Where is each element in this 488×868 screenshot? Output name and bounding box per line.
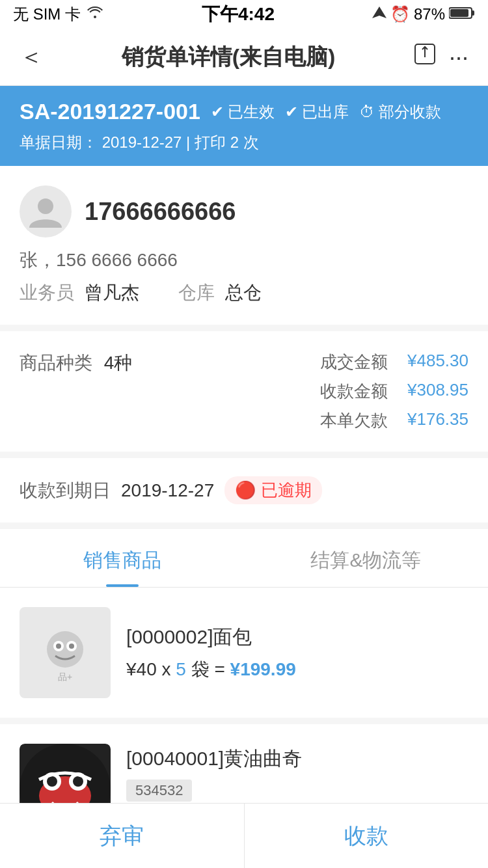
wifi-icon: [86, 5, 104, 23]
svg-text:品+: 品+: [58, 671, 72, 682]
tab-products[interactable]: 销售商品: [0, 529, 244, 587]
page-title: 销货单详情(来自电脑): [122, 42, 336, 72]
status-right: ⏰ 87%: [372, 5, 475, 23]
debt-amount-row: 本单欠款 ¥176.35: [320, 409, 468, 432]
check-icon-2: ✔: [285, 103, 298, 121]
nav-bar: ＜ 销货单详情(来自电脑) ···: [0, 29, 488, 86]
customer-meta: 业务员 曾凡杰 仓库 总仓: [20, 280, 468, 305]
svg-rect-3: [450, 9, 468, 17]
overdue-icon: 🔴: [235, 480, 256, 500]
order-id: SA-20191227-001: [20, 99, 200, 124]
stats-right: 成交金额 ¥485.30 收款金额 ¥308.95 本单欠款 ¥176.35: [320, 351, 468, 432]
product-name-1: [0000002]面包: [126, 624, 468, 651]
battery-icon: [449, 5, 475, 23]
product-tag-2: 534532: [126, 780, 192, 802]
status-badge-1: ✔ 已生效: [211, 102, 275, 122]
status-time: 下午4:42: [202, 2, 275, 27]
overdue-badge: 🔴 已逾期: [224, 476, 322, 504]
svg-point-11: [69, 644, 74, 649]
due-date-section: 收款到期日 2019-12-27 🔴 已逾期: [0, 458, 488, 522]
customer-section: 17666666666 张，156 6666 6666 业务员 曾凡杰 仓库 总…: [0, 166, 488, 325]
order-id-row: SA-20191227-001 ✔ 已生效 ✔ 已出库 ⏱ 部分收款: [20, 99, 468, 124]
status-left: 无 SIM 卡: [13, 4, 104, 25]
avatar: [20, 185, 72, 237]
svg-point-17: [47, 776, 57, 787]
customer-name: 张，156 6666 6666: [20, 248, 468, 273]
tab-settlement[interactable]: 结算&物流等: [244, 529, 488, 587]
sales-person: 业务员 曾凡杰: [20, 280, 139, 305]
warehouse: 仓库 总仓: [178, 280, 262, 305]
product-thumbnail-1: 品+: [20, 607, 111, 698]
product-price-1: ¥40 x 5 袋 = ¥199.99: [126, 657, 468, 682]
svg-point-7: [47, 631, 83, 668]
product-info-1: [0000002]面包 ¥40 x 5 袋 = ¥199.99: [126, 624, 468, 682]
product-type-row: 商品种类 4种: [20, 351, 132, 375]
status-badge-3: ⏱ 部分收款: [359, 102, 441, 122]
order-date: 单据日期： 2019-12-27 | 打印 2 次: [20, 132, 468, 153]
reject-button[interactable]: 弃审: [0, 804, 245, 868]
svg-point-6: [38, 198, 53, 214]
customer-row: 17666666666: [20, 185, 468, 237]
svg-rect-2: [472, 10, 474, 16]
received-amount-row: 收款金额 ¥308.95: [320, 380, 468, 403]
collect-button[interactable]: 收款: [245, 804, 489, 868]
more-icon[interactable]: ···: [449, 44, 468, 71]
nav-right[interactable]: ···: [414, 43, 468, 71]
customer-phone: 17666666666: [85, 198, 236, 226]
share-icon[interactable]: [414, 43, 436, 71]
bottom-bar: 弃审 收款: [0, 803, 488, 868]
svg-marker-0: [372, 7, 386, 18]
svg-point-10: [56, 644, 61, 649]
battery-text: 87%: [414, 5, 445, 23]
order-header: SA-20191227-001 ✔ 已生效 ✔ 已出库 ⏱ 部分收款 单据日期：…: [0, 86, 488, 166]
stats-section: 商品种类 4种 成交金额 ¥485.30 收款金额 ¥308.95 本单欠款 ¥…: [0, 331, 488, 452]
alarm-icon: ⏰: [390, 5, 410, 23]
clock-icon: ⏱: [359, 103, 375, 121]
status-badge-2: ✔ 已出库: [285, 102, 349, 122]
nav-left[interactable]: ＜: [20, 41, 43, 73]
stats-left: 商品种类 4种: [20, 351, 132, 375]
product-name-2: [00040001]黄油曲奇: [126, 746, 468, 772]
status-bar: 无 SIM 卡 下午4:42 ⏰ 87%: [0, 0, 488, 29]
carrier-label: 无 SIM 卡: [13, 4, 81, 25]
deal-amount-row: 成交金额 ¥485.30: [320, 351, 468, 373]
list-item: 品+ [0000002]面包 ¥40 x 5 袋 = ¥199.99: [0, 588, 488, 718]
svg-point-18: [73, 776, 83, 787]
tabs-section: 销售商品 结算&物流等: [0, 529, 488, 588]
check-icon-1: ✔: [211, 103, 224, 121]
back-button[interactable]: ＜: [20, 41, 43, 73]
overdue-text: 已逾期: [261, 479, 312, 502]
location-icon: [372, 5, 386, 23]
